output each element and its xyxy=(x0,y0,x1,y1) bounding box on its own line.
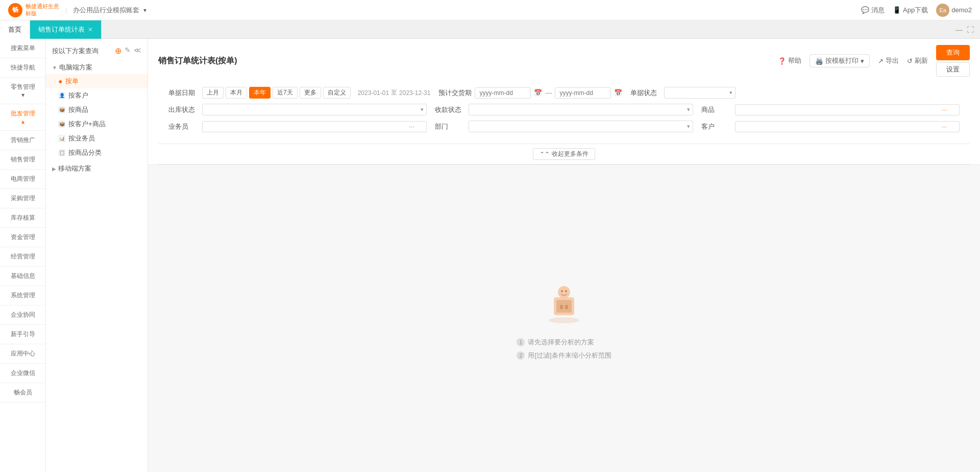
collapse-bar: ⌃⌃ 收起更多条件 xyxy=(158,144,970,164)
scheme-item-by-customer[interactable]: 👤 按客户 xyxy=(46,88,148,103)
empty-tip-2: 2 用[过滤]条件来缩小分析范围 xyxy=(517,351,611,360)
topbar-separator: | xyxy=(65,6,67,14)
expected-date-start-input[interactable] xyxy=(475,87,531,99)
ship-status-select-wrapper xyxy=(202,104,427,115)
settings-button[interactable]: 设置 xyxy=(936,62,970,77)
app-download-btn[interactable]: 📱 App下载 xyxy=(893,6,928,15)
wholesale-arrow-icon: ▴ xyxy=(21,118,24,125)
svg-rect-6 xyxy=(560,305,563,309)
query-button[interactable]: 查询 xyxy=(936,45,970,60)
sidebar-item-app-center[interactable]: 应用中心 xyxy=(0,344,45,364)
sidebar-item-enterprise[interactable]: 企业协同 xyxy=(0,305,45,325)
scheme-collapse-icon[interactable]: ≪ xyxy=(134,46,141,56)
date-label: 单据日期 xyxy=(168,88,199,98)
scheme-section-pc-title[interactable]: ▼ 电脑端方案 xyxy=(46,61,148,74)
sidebar-item-finance[interactable]: 资金管理 xyxy=(0,228,45,247)
scheme-edit-icon[interactable]: ✎ xyxy=(125,46,131,56)
tab-order-stat[interactable]: 销售订单统计表 ✕ xyxy=(30,20,102,39)
calendar-start-icon[interactable]: 📅 xyxy=(534,89,542,97)
page-header: 销售订单统计表(按单) ❓ 帮助 🖨️ 按模板打印 ▾ ↗ xyxy=(148,39,980,165)
sidebar-item-retail[interactable]: 零售管理 ▾ xyxy=(0,78,45,104)
scheme-panel-actions: ⊕ ✎ ≪ xyxy=(115,46,141,56)
topbar-dropdown-icon[interactable]: ▾ xyxy=(143,7,146,14)
scheme-item-by-cust-prod[interactable]: 📦 按客户+商品 xyxy=(46,117,148,131)
sidebar: 搜索菜单 快捷导航 零售管理 ▾ 批发管理 ▴ 营销推广 销售管理 电商管理 采… xyxy=(0,39,46,472)
sidebar-item-wechat[interactable]: 企业微信 xyxy=(0,364,45,383)
collapse-button[interactable]: ⌃⌃ 收起更多条件 xyxy=(533,148,595,160)
date-this-month-btn[interactable]: 本月 xyxy=(226,87,247,99)
date-custom-btn[interactable]: 自定义 xyxy=(323,87,351,99)
date-field: 单据日期 上月 本月 本年 近7天 更多 自定义 2023-01-01 xyxy=(168,87,430,99)
content-area: 按以下方案查询 ⊕ ✎ ≪ ▼ 电脑端方案 ● 按单 👤 xyxy=(46,39,980,472)
salesman-dots-icon: ··· xyxy=(409,123,414,130)
empty-tips: 1 请先选择要分析的方案 2 用[过滤]条件来缩小分析范围 xyxy=(517,338,611,360)
tab-expand-icon[interactable]: ⛶ xyxy=(967,26,974,34)
sidebar-item-ecom[interactable]: 电商管理 xyxy=(0,170,45,189)
scheme-section-pc: ▼ 电脑端方案 ● 按单 👤 按客户 📦 按商品 📦 按客户+商品 xyxy=(46,59,148,162)
sidebar-item-quick-nav[interactable]: 快捷导航 xyxy=(0,58,45,78)
ship-status-select[interactable] xyxy=(202,104,427,115)
sidebar-item-basic[interactable]: 基础信息 xyxy=(0,267,45,286)
export-btn[interactable]: ↗ 导出 xyxy=(878,56,899,65)
payment-status-select[interactable] xyxy=(469,104,693,115)
date-more-btn[interactable]: 更多 xyxy=(300,87,321,99)
filter-row-1: 单据日期 上月 本月 本年 近7天 更多 自定义 2023-01-01 xyxy=(168,87,960,99)
scheme-panel-header: 按以下方案查询 ⊕ ✎ ≪ xyxy=(46,43,148,59)
scheme-section-mobile-title[interactable]: ▶ 移动端方案 xyxy=(52,164,141,173)
sidebar-item-newbie[interactable]: 新手引导 xyxy=(0,325,45,344)
date-last-month-btn[interactable]: 上月 xyxy=(202,87,224,99)
sidebar-item-member[interactable]: 畅会员 xyxy=(0,383,45,403)
page-title-row: 销售订单统计表(按单) ❓ 帮助 🖨️ 按模板打印 ▾ ↗ xyxy=(158,45,970,77)
status-select[interactable] xyxy=(664,87,736,99)
sidebar-item-wholesale[interactable]: 批发管理 ▴ xyxy=(0,104,45,131)
scheme-item-by-product[interactable]: 📦 按商品 xyxy=(46,103,148,117)
sidebar-item-operations[interactable]: 经营管理 xyxy=(0,247,45,267)
by-product-icon: 📦 xyxy=(58,106,65,113)
sidebar-item-purchase[interactable]: 采购管理 xyxy=(0,189,45,208)
print-btn[interactable]: 🖨️ 按模板打印 ▾ xyxy=(810,54,870,67)
scheme-panel: 按以下方案查询 ⊕ ✎ ≪ ▼ 电脑端方案 ● 按单 👤 xyxy=(46,39,148,472)
sidebar-item-sales[interactable]: 销售管理 xyxy=(0,150,45,170)
scheme-item-by-category[interactable]: 📋 按商品分类 xyxy=(46,146,148,160)
department-select[interactable] xyxy=(469,121,693,132)
salesman-input[interactable]: ··· xyxy=(202,121,427,132)
topbar-doc-title: 办公用品行业模拟账套 xyxy=(73,6,139,15)
scheme-section-mobile: ▶ 移动端方案 xyxy=(46,162,148,175)
date-last-7-btn[interactable]: 近7天 xyxy=(273,87,298,99)
expected-date-label: 预计交货期 xyxy=(438,88,472,98)
logo-icon: 畅 xyxy=(8,3,22,17)
tip-1-num: 1 xyxy=(517,338,525,346)
user-menu[interactable]: Ea demo2 xyxy=(936,4,972,17)
svg-point-5 xyxy=(565,290,567,292)
refresh-btn[interactable]: ↺ 刷新 xyxy=(907,56,928,65)
tab-close-icon[interactable]: ✕ xyxy=(88,26,93,33)
product-field: 商品 ··· xyxy=(701,104,960,115)
message-btn[interactable]: 💬 消息 xyxy=(861,6,885,15)
expected-date-end-input[interactable] xyxy=(555,87,611,99)
topbar: 畅 畅捷通好生意 标版 | 办公用品行业模拟账套 ▾ 💬 消息 📱 App下载 … xyxy=(0,0,980,20)
salesman-label: 业务员 xyxy=(168,122,199,131)
filter-area: 单据日期 上月 本月 本年 近7天 更多 自定义 2023-01-01 xyxy=(158,81,970,144)
sidebar-item-inventory[interactable]: 库存核算 xyxy=(0,208,45,228)
tab-home[interactable]: 首页 xyxy=(0,20,30,39)
date-this-year-btn[interactable]: 本年 xyxy=(249,87,271,99)
sidebar-item-system[interactable]: 系统管理 xyxy=(0,286,45,305)
customer-input[interactable]: ··· xyxy=(735,121,960,132)
sidebar-item-search[interactable]: 搜索菜单 xyxy=(0,39,45,58)
calendar-end-icon[interactable]: 📅 xyxy=(614,89,622,97)
tab-minimize-icon[interactable]: — xyxy=(955,26,963,34)
pc-section-arrow-icon: ▼ xyxy=(52,65,57,70)
collapse-up-icon: ⌃⌃ xyxy=(540,151,550,158)
help-btn[interactable]: ❓ 帮助 xyxy=(778,56,801,65)
sidebar-item-marketing[interactable]: 营销推广 xyxy=(0,131,45,150)
svg-rect-7 xyxy=(565,305,568,309)
date-range: 2023-01-01 至 2023-12-31 xyxy=(358,88,431,97)
right-panel: 销售订单统计表(按单) ❓ 帮助 🖨️ 按模板打印 ▾ ↗ xyxy=(148,39,980,472)
scheme-add-icon[interactable]: ⊕ xyxy=(115,46,121,56)
product-input[interactable]: ··· xyxy=(735,104,960,115)
ship-status-label: 出库状态 xyxy=(168,105,199,114)
date-separator: — xyxy=(545,89,552,97)
scheme-item-by-order[interactable]: ● 按单 xyxy=(46,74,148,88)
query-btn-area: 查询 设置 xyxy=(936,45,970,77)
scheme-item-by-salesman[interactable]: 📊 按业务员 xyxy=(46,131,148,146)
